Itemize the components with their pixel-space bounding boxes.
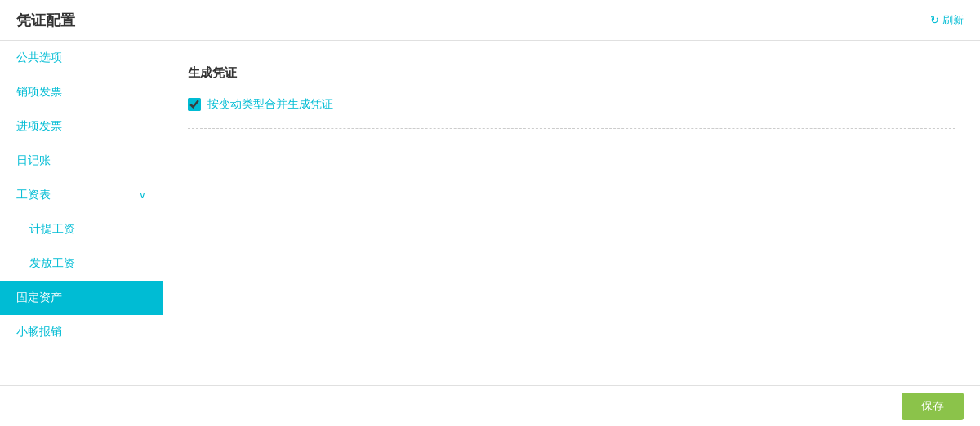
sidebar-item-salary-calc[interactable]: 计提工资 <box>0 212 163 246</box>
merge-checkbox-label[interactable]: 按变动类型合并生成凭证 <box>207 97 333 112</box>
header: 凭证配置 ↻ 刷新 <box>0 0 980 41</box>
sidebar-item-public[interactable]: 公共选项 <box>0 41 163 75</box>
sidebar-item-label: 进项发票 <box>16 119 62 134</box>
section-title: 生成凭证 <box>188 65 956 81</box>
sidebar-item-sales-invoice[interactable]: 销项发票 <box>0 75 163 109</box>
refresh-icon: ↻ <box>930 14 939 26</box>
sidebar-item-label: 工资表 <box>16 188 51 202</box>
merge-checkbox[interactable] <box>188 98 201 111</box>
sidebar-item-expense[interactable]: 小畅报销 <box>0 315 163 349</box>
checkbox-row: 按变动类型合并生成凭证 <box>188 97 956 112</box>
sidebar-item-purchase-invoice[interactable]: 进项发票 <box>0 109 163 144</box>
content-area: 生成凭证 按变动类型合并生成凭证 <box>163 41 980 385</box>
footer: 保存 <box>0 385 980 426</box>
sidebar-item-label: 计提工资 <box>29 222 75 237</box>
sidebar: 公共选项销项发票进项发票日记账工资表∨计提工资发放工资固定资产小畅报销 <box>0 41 163 385</box>
sidebar-item-label: 固定资产 <box>16 291 62 305</box>
sidebar-item-label: 小畅报销 <box>16 325 62 339</box>
refresh-label: 刷新 <box>942 13 964 28</box>
sidebar-item-label: 日记账 <box>16 153 51 168</box>
app-container: 凭证配置 ↻ 刷新 公共选项销项发票进项发票日记账工资表∨计提工资发放工资固定资… <box>0 0 980 426</box>
save-button[interactable]: 保存 <box>902 393 964 420</box>
refresh-button[interactable]: ↻ 刷新 <box>930 13 964 28</box>
divider <box>188 128 956 129</box>
sidebar-item-payroll[interactable]: 工资表∨ <box>0 178 163 212</box>
page-title: 凭证配置 <box>16 11 75 30</box>
sidebar-item-label: 发放工资 <box>29 256 75 271</box>
sidebar-item-journal[interactable]: 日记账 <box>0 144 163 178</box>
sidebar-item-label: 公共选项 <box>16 51 62 65</box>
chevron-down-icon: ∨ <box>139 189 146 201</box>
main-layout: 公共选项销项发票进项发票日记账工资表∨计提工资发放工资固定资产小畅报销 生成凭证… <box>0 41 980 385</box>
sidebar-item-label: 销项发票 <box>16 85 62 100</box>
sidebar-item-fixed-assets[interactable]: 固定资产 <box>0 281 163 315</box>
sidebar-item-salary-pay[interactable]: 发放工资 <box>0 246 163 281</box>
